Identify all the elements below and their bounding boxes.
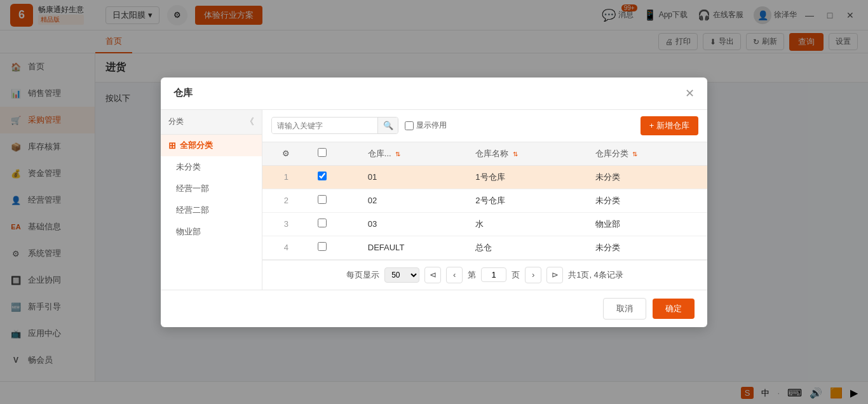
last-page-button[interactable]: ⊳ [546, 267, 563, 283]
warehouse-table: ⚙ 仓库... ⇅ 仓库名称 ⇅ [262, 142, 707, 260]
show-disabled-option: 显示停用 [405, 120, 447, 131]
sort-name-icon: ⇅ [513, 151, 518, 158]
warehouse-modal: 仓库 ✕ 分类 《 ⊞ 全部分类 未分类 经营一部 [161, 77, 707, 327]
row-name: 水 [468, 212, 587, 236]
row-num: 1 [262, 165, 310, 189]
row-checkbox[interactable] [318, 172, 327, 180]
sort-code-icon: ⇅ [395, 151, 400, 158]
row-name: 2号仓库 [468, 189, 587, 212]
sort-cat-icon: ⇅ [632, 151, 637, 158]
page-number-input[interactable] [481, 267, 506, 282]
show-disabled-checkbox[interactable] [405, 121, 414, 130]
row-code: 03 [360, 212, 468, 236]
modal-title: 仓库 [173, 87, 193, 99]
modal-body: 分类 《 ⊞ 全部分类 未分类 经营一部 经营二部 物业部 [161, 110, 707, 290]
table-row[interactable]: 3 03 水 物业部 [262, 212, 707, 236]
row-name: 1号仓库 [468, 165, 587, 189]
row-name: 总仓 [468, 236, 587, 259]
row-checkbox[interactable] [318, 195, 327, 204]
category-all[interactable]: ⊞ 全部分类 [161, 135, 262, 156]
row-code: 01 [360, 165, 468, 189]
th-checkbox [310, 142, 360, 166]
row-num: 4 [262, 236, 310, 259]
category-item-ops1[interactable]: 经营一部 [161, 178, 262, 199]
th-name: 仓库名称 ⇅ [468, 142, 587, 166]
th-category: 仓库分类 ⇅ [588, 142, 707, 166]
row-num: 3 [262, 212, 310, 236]
data-table: ⚙ 仓库... ⇅ 仓库名称 ⇅ [262, 142, 707, 260]
table-area: 🔍 显示停用 + 新增仓库 ⚙ [262, 110, 707, 290]
row-checkbox-cell [310, 236, 360, 259]
category-sidebar: 分类 《 ⊞ 全部分类 未分类 经营一部 经营二部 物业部 [161, 110, 262, 290]
row-checkbox-cell [310, 212, 360, 236]
search-input[interactable] [272, 118, 377, 133]
per-page-select[interactable]: 50 100 200 [384, 267, 419, 283]
collapse-button[interactable]: 《 [245, 116, 254, 128]
table-row[interactable]: 2 02 2号仓库 未分类 [262, 189, 707, 212]
modal-footer: 取消 确定 [161, 290, 707, 327]
row-category: 未分类 [588, 236, 707, 259]
table-header-row: ⚙ 仓库... ⇅ 仓库名称 ⇅ [262, 142, 707, 166]
confirm-button[interactable]: 确定 [653, 299, 695, 319]
category-item-ops2[interactable]: 经营二部 [161, 199, 262, 221]
select-all-checkbox[interactable] [318, 148, 327, 157]
table-body: 1 01 1号仓库 未分类 2 02 2号仓库 [262, 165, 707, 259]
category-header: 分类 《 [161, 110, 262, 135]
row-category: 未分类 [588, 165, 707, 189]
row-checkbox-cell [310, 189, 360, 212]
row-checkbox[interactable] [318, 219, 327, 227]
next-page-button[interactable]: › [525, 267, 541, 283]
th-settings: ⚙ [262, 142, 310, 166]
table-row[interactable]: 1 01 1号仓库 未分类 [262, 165, 707, 189]
cancel-button[interactable]: 取消 [603, 298, 646, 320]
pagination: 每页显示 50 100 200 ⊲ ‹ 第 页 › ⊳ 共1页, 4条记录 [262, 260, 707, 290]
row-checkbox-cell [310, 165, 360, 189]
table-row[interactable]: 4 DEFAULT 总仓 未分类 [262, 236, 707, 259]
modal-header: 仓库 ✕ [161, 77, 707, 110]
search-box: 🔍 [271, 117, 398, 134]
row-code: 02 [360, 189, 468, 212]
modal-close-button[interactable]: ✕ [685, 86, 695, 100]
row-num: 2 [262, 189, 310, 212]
search-icon[interactable]: 🔍 [377, 118, 398, 133]
first-page-button[interactable]: ⊲ [424, 267, 441, 283]
row-category: 未分类 [588, 189, 707, 212]
row-checkbox[interactable] [318, 242, 327, 251]
row-code: DEFAULT [360, 236, 468, 259]
prev-page-button[interactable]: ‹ [446, 267, 463, 283]
grid-icon: ⊞ [168, 140, 176, 151]
category-item-property[interactable]: 物业部 [161, 221, 262, 243]
add-warehouse-button[interactable]: + 新增仓库 [641, 116, 698, 135]
category-item-unclassified[interactable]: 未分类 [161, 156, 262, 178]
table-toolbar: 🔍 显示停用 + 新增仓库 [262, 110, 707, 142]
modal-overlay: 仓库 ✕ 分类 《 ⊞ 全部分类 未分类 经营一部 [0, 0, 868, 404]
row-category: 物业部 [588, 212, 707, 236]
th-code: 仓库... ⇅ [360, 142, 468, 166]
